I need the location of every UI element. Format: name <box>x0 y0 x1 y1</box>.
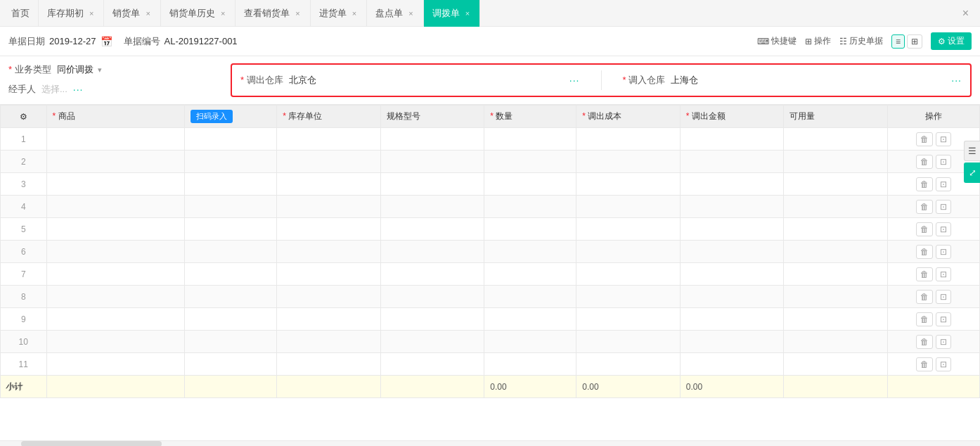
copy-button[interactable]: ⊡ <box>936 312 951 326</box>
copy-button[interactable]: ⊡ <box>936 245 951 259</box>
delete-button[interactable]: 🗑 <box>916 132 933 146</box>
spec-cell[interactable] <box>380 173 484 196</box>
copy-button[interactable]: ⊡ <box>936 155 951 169</box>
copy-button[interactable]: ⊡ <box>936 177 951 191</box>
cost-cell[interactable] <box>576 286 680 308</box>
tab-sales-history[interactable]: 销货单历史 × <box>161 0 236 27</box>
handler-more-button[interactable]: ··· <box>73 84 84 95</box>
product-cell[interactable] <box>46 308 185 331</box>
copy-button[interactable]: ⊡ <box>936 357 951 371</box>
shortcuts-action[interactable]: ⌨ 快捷键 <box>757 35 797 47</box>
unit-cell[interactable] <box>277 196 380 218</box>
tab-close-view-sales[interactable]: × <box>294 8 301 18</box>
copy-button[interactable]: ⊡ <box>936 200 951 214</box>
list-view-button[interactable]: ≡ <box>891 34 905 49</box>
amount-cell[interactable] <box>680 173 783 196</box>
product-cell[interactable] <box>46 218 185 241</box>
window-close-button[interactable]: × <box>954 7 977 20</box>
amount-cell[interactable] <box>680 196 783 218</box>
spec-cell[interactable] <box>380 286 484 308</box>
operations-action[interactable]: ⊞ 操作 <box>805 35 831 47</box>
transfer-in-more-button[interactable]: ··· <box>951 75 962 86</box>
side-list-button[interactable]: ☰ <box>964 141 980 161</box>
tab-inventory-initial[interactable]: 库存期初 × <box>39 0 104 27</box>
copy-button[interactable]: ⊡ <box>936 290 951 304</box>
tab-close-sales-order[interactable]: × <box>144 8 151 18</box>
delete-button[interactable]: 🗑 <box>916 200 933 214</box>
product-cell[interactable] <box>46 173 185 196</box>
copy-button[interactable]: ⊡ <box>936 335 951 349</box>
delete-button[interactable]: 🗑 <box>916 155 933 169</box>
tab-close-purchase[interactable]: × <box>351 8 358 18</box>
grid-view-button[interactable]: ⊞ <box>907 34 922 49</box>
settings-button[interactable]: ⚙ 设置 <box>931 32 972 50</box>
cost-cell[interactable] <box>576 353 680 376</box>
unit-cell[interactable] <box>277 263 380 286</box>
qty-cell[interactable] <box>484 353 576 376</box>
cost-cell[interactable] <box>576 173 680 196</box>
delete-button[interactable]: 🗑 <box>916 177 933 191</box>
cost-cell[interactable] <box>576 308 680 331</box>
scrollbar-thumb[interactable] <box>21 441 162 446</box>
amount-cell[interactable] <box>680 286 783 308</box>
calendar-button[interactable]: 📅 <box>101 36 112 47</box>
tab-close-inventory-initial[interactable]: × <box>88 8 95 18</box>
tab-stocktake[interactable]: 盘点单 × <box>367 0 423 27</box>
amount-cell[interactable] <box>680 331 783 353</box>
cost-cell[interactable] <box>576 151 680 173</box>
tab-view-sales[interactable]: 查看销货单 × <box>236 0 310 27</box>
unit-cell[interactable] <box>277 331 380 353</box>
delete-button[interactable]: 🗑 <box>916 312 933 326</box>
spec-cell[interactable] <box>380 151 484 173</box>
spec-cell[interactable] <box>380 331 484 353</box>
amount-cell[interactable] <box>680 353 783 376</box>
unit-cell[interactable] <box>277 286 380 308</box>
tab-sales-order[interactable]: 销货单 × <box>104 0 160 27</box>
copy-button[interactable]: ⊡ <box>936 222 951 236</box>
unit-cell[interactable] <box>277 241 380 263</box>
qty-cell[interactable] <box>484 286 576 308</box>
copy-button[interactable]: ⊡ <box>936 267 951 281</box>
tab-transfer[interactable]: 调拨单 × <box>424 0 480 27</box>
product-cell[interactable] <box>46 128 185 151</box>
table-gear-icon[interactable]: ⚙ <box>20 112 27 122</box>
product-cell[interactable] <box>46 196 185 218</box>
amount-cell[interactable] <box>680 263 783 286</box>
tab-home[interactable]: 首页 <box>3 0 39 27</box>
product-cell[interactable] <box>46 151 185 173</box>
product-cell[interactable] <box>46 353 185 376</box>
qty-cell[interactable] <box>484 173 576 196</box>
qty-cell[interactable] <box>484 218 576 241</box>
spec-cell[interactable] <box>380 263 484 286</box>
qty-cell[interactable] <box>484 196 576 218</box>
qty-cell[interactable] <box>484 308 576 331</box>
qty-cell[interactable] <box>484 263 576 286</box>
cost-cell[interactable] <box>576 128 680 151</box>
unit-cell[interactable] <box>277 218 380 241</box>
spec-cell[interactable] <box>380 353 484 376</box>
transfer-out-more-button[interactable]: ··· <box>569 75 580 86</box>
tab-purchase[interactable]: 进货单 × <box>311 0 367 27</box>
scan-button[interactable]: 扫码录入 <box>191 110 233 123</box>
unit-cell[interactable] <box>277 308 380 331</box>
tab-close-transfer[interactable]: × <box>464 8 471 18</box>
delete-button[interactable]: 🗑 <box>916 357 933 371</box>
qty-cell[interactable] <box>484 128 576 151</box>
unit-cell[interactable] <box>277 173 380 196</box>
cost-cell[interactable] <box>576 263 680 286</box>
history-action[interactable]: ☷ 历史单据 <box>839 35 883 47</box>
tab-close-sales-history[interactable]: × <box>219 8 226 18</box>
spec-cell[interactable] <box>380 241 484 263</box>
amount-cell[interactable] <box>680 308 783 331</box>
cost-cell[interactable] <box>576 196 680 218</box>
qty-cell[interactable] <box>484 151 576 173</box>
side-expand-button[interactable]: ⤢ <box>964 163 980 183</box>
product-cell[interactable] <box>46 331 185 353</box>
cost-cell[interactable] <box>576 331 680 353</box>
product-cell[interactable] <box>46 241 185 263</box>
copy-button[interactable]: ⊡ <box>936 132 951 146</box>
handler-input[interactable]: 选择... <box>41 83 67 96</box>
amount-cell[interactable] <box>680 218 783 241</box>
delete-button[interactable]: 🗑 <box>916 222 933 236</box>
spec-cell[interactable] <box>380 196 484 218</box>
